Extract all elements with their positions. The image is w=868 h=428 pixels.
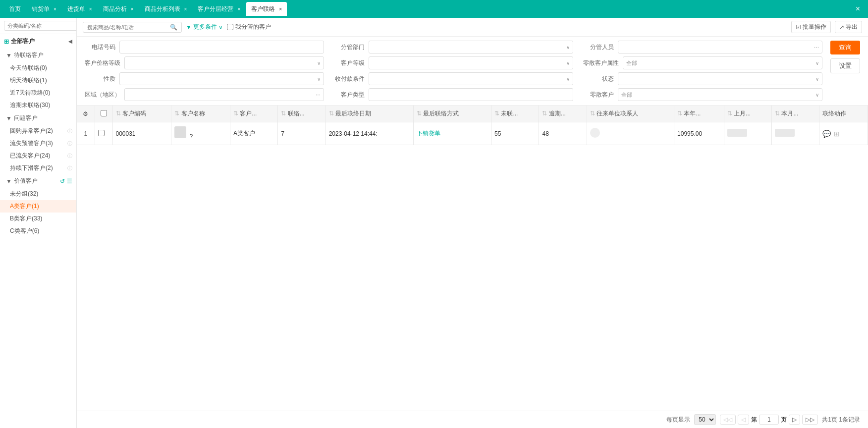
nav-tab-customer-contact[interactable]: 客户联络 × — [246, 2, 287, 16]
nav-home[interactable]: 首页 — [4, 2, 26, 16]
prev-page-button[interactable]: ◁ — [738, 415, 749, 425]
row-select-checkbox[interactable] — [98, 130, 105, 136]
price-level-select[interactable]: ∨ — [124, 56, 324, 69]
page-number-input[interactable] — [759, 415, 779, 425]
customer-type-input[interactable] — [369, 88, 573, 101]
arrow-icon: ▼ — [6, 178, 12, 185]
retail-customer-label: 零散客户 — [583, 91, 618, 99]
sidebar-item-overdue[interactable]: 逾期未联络(30) — [0, 99, 76, 111]
sidebar-item-today[interactable]: 今天待联络(0) — [0, 62, 76, 74]
th-type: ⇅ 客户... — [230, 106, 277, 122]
sidebar-item-7days[interactable]: 近7天待联络(0) — [0, 87, 76, 99]
comment-action-icon[interactable]: 💬 — [822, 130, 831, 138]
sidebar-item-b-class[interactable]: B类客户(33) — [0, 213, 76, 225]
sidebar: 🔍 ⊞ 全部客户 ◀ ▼ 待联络客户 今天待联络(0) 明天待联络(1) 近7天… — [0, 18, 77, 428]
nav-tab-close[interactable]: × — [89, 6, 92, 12]
more-filters-button[interactable]: ▼ 更多条件 ∨ — [186, 23, 223, 31]
sidebar-item-c-class[interactable]: C类客户(6) — [0, 225, 76, 237]
problem-customers-group[interactable]: ▼ 问题客户 — [0, 111, 76, 125]
sidebar-search-input[interactable] — [4, 21, 77, 31]
region-input[interactable]: ··· — [124, 88, 324, 101]
value-group-actions: ↺ ☰ — [60, 178, 72, 185]
sidebar-item-label: 逾期未联络(30) — [10, 101, 50, 109]
row-last-method[interactable]: 下销货单 — [414, 122, 491, 145]
all-customers-header[interactable]: ⊞ 全部客户 ◀ — [0, 34, 76, 49]
price-level-label: 客户价格等级 — [85, 59, 124, 67]
dots-icon: ··· — [316, 91, 321, 98]
close-all-button[interactable]: × — [852, 4, 864, 13]
export-button[interactable]: ↗ 导出 — [835, 21, 862, 33]
advanced-filter-panel: 电话号码 分管部门 ∨ — [77, 37, 868, 106]
nav-tab-purchase[interactable]: 进货单 × — [62, 2, 97, 16]
phone-input[interactable] — [119, 41, 324, 54]
collapse-icon[interactable]: ◀ — [68, 39, 72, 44]
refresh-icon[interactable]: ↺ — [60, 178, 65, 185]
customer-level-label: 客户等级 — [334, 59, 369, 67]
last-method-link[interactable]: 下销货单 — [417, 130, 440, 137]
row-name-text: ？ — [188, 133, 194, 140]
row-this-year: 10995.00 — [674, 122, 724, 145]
nav-tab-customer-tier[interactable]: 客户分层经营 × — [193, 2, 245, 16]
nav-tab-close[interactable]: × — [237, 6, 240, 12]
value-customers-group[interactable]: ▼ 价值客户 ↺ ☰ — [0, 174, 76, 188]
th-last-month: ⇅ 上月... — [724, 106, 771, 122]
th-this-month: ⇅ 本月... — [772, 106, 819, 122]
payment-select[interactable]: ∨ — [369, 72, 573, 85]
manager-input[interactable]: ··· — [618, 41, 822, 54]
last-page-button[interactable]: ▷▷ — [802, 415, 818, 425]
th-checkbox[interactable] — [95, 106, 112, 122]
my-customers-checkbox[interactable]: 我分管的客户 — [227, 23, 271, 31]
th-unit-contacts: ⇅ 往来单位联系人 — [587, 106, 674, 122]
sidebar-item-churned[interactable]: 已流失客户(24) ⓘ — [0, 150, 76, 162]
search-icon[interactable]: 🔍 — [170, 24, 177, 31]
row-last-month — [724, 122, 771, 145]
th-sort-icon: ⇅ — [494, 110, 499, 117]
sidebar-item-tomorrow[interactable]: 明天待联络(1) — [0, 74, 76, 87]
first-page-button[interactable]: ◁◁ — [720, 415, 736, 425]
select-all-checkbox[interactable] — [101, 110, 107, 116]
sidebar-item-a-class[interactable]: A类客户(1) — [0, 200, 76, 213]
page-total: 共1页 1条记录 — [822, 416, 860, 424]
row-actions: 💬 ⊞ — [819, 122, 868, 145]
nav-tab-analysis[interactable]: 商品分析 × — [98, 2, 139, 16]
nav-tab-close[interactable]: × — [184, 6, 187, 12]
retail-customer-select[interactable]: 全部 ∨ — [618, 88, 822, 101]
nav-tab-close[interactable]: × — [54, 6, 56, 12]
sidebar-item-declining[interactable]: 持续下滑客户(2) ⓘ — [0, 162, 76, 174]
filter-retail-customer: 零散客户 全部 ∨ — [583, 88, 822, 101]
th-settings[interactable]: ⚙ — [77, 106, 95, 122]
filter-settings-button[interactable]: 设置 — [830, 58, 860, 73]
search-input[interactable] — [87, 24, 168, 30]
wait-contact-group[interactable]: ▼ 待联络客户 — [0, 49, 76, 62]
query-button[interactable]: 查询 — [830, 41, 860, 54]
sidebar-item-label: A类客户(1) — [10, 202, 39, 211]
nav-tab-close[interactable]: × — [279, 6, 282, 12]
sidebar-item-churn-warning[interactable]: 流失预警客户(3) ⓘ — [0, 137, 76, 150]
settings-icon[interactable]: ☰ — [67, 178, 72, 185]
more-filters-label: 更多条件 — [193, 23, 217, 31]
status-select[interactable]: ∨ — [618, 72, 822, 85]
customer-level-select[interactable]: ∨ — [369, 56, 573, 69]
nav-tab-salesorder[interactable]: 销货单 × — [27, 2, 61, 16]
nav-tab-label: 进货单 — [67, 5, 85, 13]
nav-tab-label: 销货单 — [32, 5, 50, 13]
search-box[interactable]: 🔍 — [83, 22, 182, 33]
batch-op-button[interactable]: ☑ 批量操作 — [791, 21, 831, 33]
sidebar-item-ungroup[interactable]: 未分组(32) — [0, 188, 76, 200]
th-sort-icon: ⇅ — [677, 110, 682, 117]
filter-icon: ▼ — [186, 24, 192, 31]
dept-select[interactable]: ∨ — [369, 41, 573, 54]
page-unit: 页 — [781, 416, 787, 424]
chevron-down-icon: ∨ — [566, 60, 570, 66]
row-checkbox[interactable] — [95, 122, 112, 145]
sidebar-item-repurchase-anomaly[interactable]: 回购异常客户(2) ⓘ — [0, 125, 76, 137]
next-page-button[interactable]: ▷ — [789, 415, 800, 425]
nav-tab-close[interactable]: × — [131, 6, 134, 12]
retail-attr-select[interactable]: 全部 ∨ — [623, 56, 822, 69]
page-size-select[interactable]: 50 — [694, 414, 716, 425]
nav-tab-analysis-list[interactable]: 商品分析列表 × — [140, 2, 192, 16]
row-this-month — [772, 122, 819, 145]
qrcode-action-icon[interactable]: ⊞ — [834, 130, 840, 138]
nature-select[interactable]: ∨ — [119, 72, 324, 85]
my-customers-input[interactable] — [227, 24, 233, 30]
